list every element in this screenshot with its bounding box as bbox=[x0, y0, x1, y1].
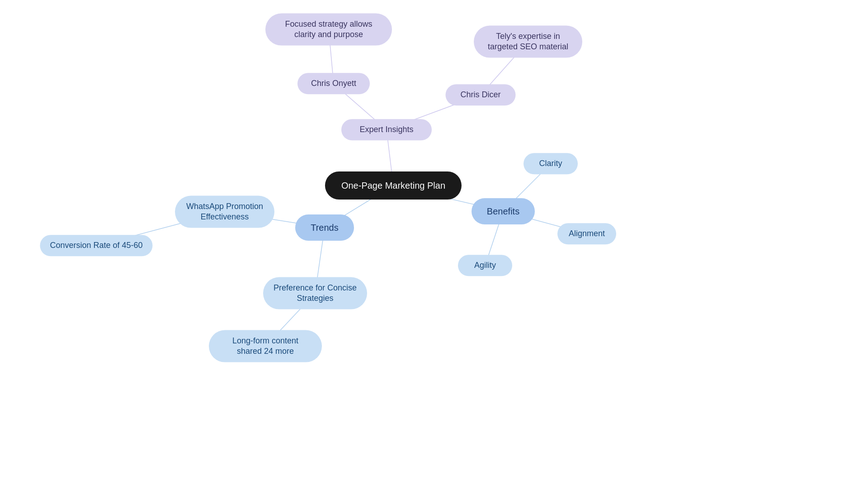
preference-node[interactable]: Preference for Concise Strategies bbox=[263, 277, 367, 309]
chris-onyett-node[interactable]: Chris Onyett bbox=[297, 73, 370, 94]
expert-insights-node[interactable]: Expert Insights bbox=[341, 119, 432, 140]
trends-node[interactable]: Trends bbox=[295, 214, 354, 241]
chris-dicer-node[interactable]: Chris Dicer bbox=[446, 84, 516, 105]
alignment-node[interactable]: Alignment bbox=[557, 223, 616, 244]
benefits-node[interactable]: Benefits bbox=[472, 198, 535, 224]
mind-map: One-Page Marketing Plan Expert Insights … bbox=[0, 0, 868, 490]
focused-strategy-node[interactable]: Focused strategy allows clarity and purp… bbox=[265, 14, 392, 46]
long-form-node[interactable]: Long-form content shared 24 more bbox=[209, 330, 322, 362]
whatsapp-node[interactable]: WhatsApp Promotion Effectiveness bbox=[175, 196, 274, 228]
tely-expertise-node[interactable]: Tely's expertise in targeted SEO materia… bbox=[474, 26, 582, 58]
center-node[interactable]: One-Page Marketing Plan bbox=[325, 171, 462, 200]
agility-node[interactable]: Agility bbox=[458, 255, 512, 276]
conversion-rate-node[interactable]: Conversion Rate of 45-60 bbox=[40, 235, 152, 256]
clarity-node[interactable]: Clarity bbox=[524, 153, 578, 174]
